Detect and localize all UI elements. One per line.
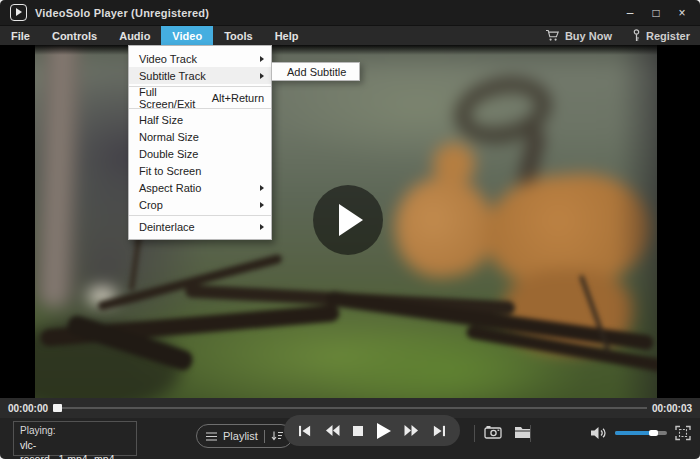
menu-item-subtitle-track[interactable]: Subtitle Track [129, 67, 271, 84]
titlebar: VideoSolo Player (Unregistered) – □ × [0, 0, 700, 26]
menu-file[interactable]: File [0, 26, 41, 45]
register-label: Register [646, 30, 690, 42]
menu-item-full-screen[interactable]: Full Screen/Exit Alt+Return [129, 89, 271, 106]
snapshot-button[interactable] [484, 425, 502, 439]
now-playing-label: Playing: [20, 424, 130, 438]
play-button[interactable] [377, 423, 391, 439]
menubar-right: Buy Now Register [545, 26, 700, 45]
menu-separator [129, 215, 271, 216]
cart-icon [545, 29, 560, 42]
window-controls: – □ × [622, 5, 690, 21]
fullscreen-button[interactable] [675, 425, 691, 441]
register-button[interactable]: Register [632, 29, 690, 42]
video-dropdown-menu: Video Track Subtitle Track Full Screen/E… [128, 45, 272, 240]
close-button[interactable]: × [674, 5, 690, 21]
playlist-icon [206, 432, 217, 441]
maximize-button[interactable]: □ [648, 5, 664, 21]
app-window: VideoSolo Player (Unregistered) – □ × Fi… [0, 0, 700, 459]
menu-item-normal-size[interactable]: Normal Size [129, 128, 271, 145]
fast-forward-button[interactable] [404, 425, 419, 436]
play-overlay-button[interactable] [313, 185, 383, 255]
buy-now-label: Buy Now [565, 30, 612, 42]
next-button[interactable] [433, 425, 445, 437]
previous-button[interactable] [299, 425, 311, 437]
now-playing-box: Playing: vlc-record...1.mp4-.mp4 [13, 421, 137, 456]
shortcut-label: Alt+Return [212, 92, 264, 104]
menu-controls[interactable]: Controls [41, 26, 108, 45]
now-playing-filename: vlc-record...1.mp4-.mp4 [20, 438, 130, 459]
menu-help[interactable]: Help [264, 26, 310, 45]
submenu-arrow-icon [260, 224, 264, 230]
video-area[interactable] [0, 45, 700, 398]
total-time: 00:00:03 [652, 403, 692, 414]
buy-now-button[interactable]: Buy Now [545, 29, 612, 42]
volume-handle[interactable] [649, 430, 658, 436]
menu-tools[interactable]: Tools [213, 26, 264, 45]
menu-item-aspect-ratio[interactable]: Aspect Ratio [129, 179, 271, 196]
control-bar: Playing: vlc-record...1.mp4-.mp4 Playlis… [0, 418, 700, 459]
volume-controls [590, 425, 691, 441]
menu-item-video-track[interactable]: Video Track [129, 50, 271, 67]
app-logo-icon [10, 4, 27, 21]
menu-video[interactable]: Video [161, 26, 213, 45]
rewind-button[interactable] [325, 425, 340, 436]
minimize-button[interactable]: – [622, 5, 638, 21]
volume-icon[interactable] [590, 426, 607, 440]
elapsed-time: 00:00:00 [8, 403, 48, 414]
seek-slider[interactable] [53, 407, 647, 409]
menu-item-add-subtitle[interactable]: Add Subtitle [271, 62, 360, 81]
stop-button[interactable] [353, 426, 363, 436]
seek-handle[interactable] [53, 404, 62, 412]
submenu-arrow-icon [260, 56, 264, 62]
submenu-arrow-icon [260, 202, 264, 208]
file-tools [484, 425, 532, 439]
key-icon [632, 29, 641, 42]
window-title: VideoSolo Player (Unregistered) [35, 7, 209, 19]
menu-item-double-size[interactable]: Double Size [129, 145, 271, 162]
submenu-arrow-icon [260, 73, 264, 79]
playlist-button[interactable]: Playlist [196, 424, 293, 448]
transport-controls [284, 415, 460, 446]
volume-fill [615, 431, 652, 435]
menu-item-deinterlace[interactable]: Deinterlace [129, 218, 271, 235]
menubar: File Controls Audio Video Tools Help Buy… [0, 26, 700, 45]
submenu-arrow-icon [260, 185, 264, 191]
sort-order-icon[interactable] [271, 431, 283, 441]
menu-audio[interactable]: Audio [108, 26, 161, 45]
menu-item-crop[interactable]: Crop [129, 196, 271, 213]
playlist-label: Playlist [223, 430, 258, 442]
volume-slider[interactable] [615, 431, 667, 435]
menu-item-half-size[interactable]: Half Size [129, 111, 271, 128]
menu-item-fit-to-screen[interactable]: Fit to Screen [129, 162, 271, 179]
